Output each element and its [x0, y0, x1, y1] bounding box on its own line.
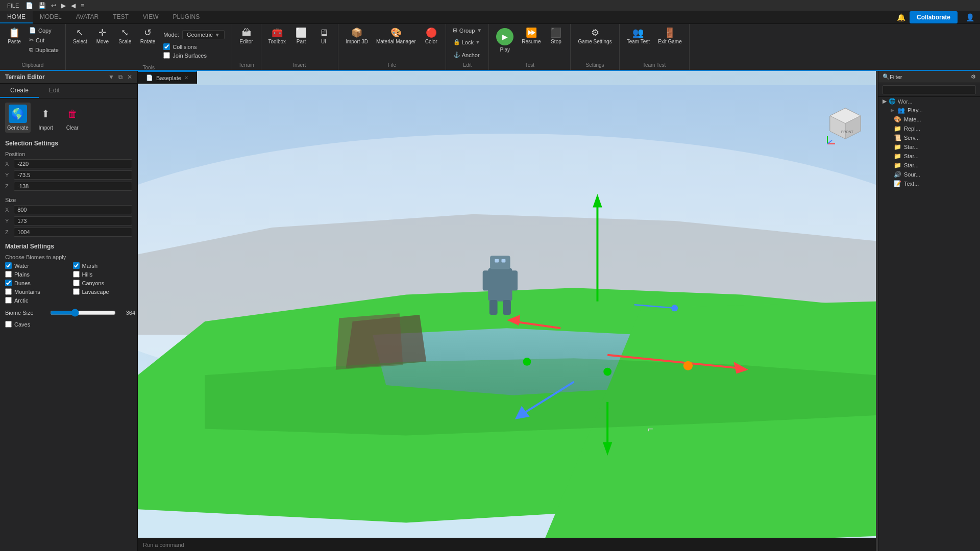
- part-button[interactable]: ⬜ Part: [291, 26, 311, 46]
- biome-hills[interactable]: Hills: [73, 271, 133, 278]
- size-z-input[interactable]: [14, 228, 132, 237]
- profile-icon[interactable]: 👤: [964, 11, 976, 23]
- material-manager-button[interactable]: 🎨 Material Manager: [373, 26, 419, 46]
- tab-test[interactable]: TEST: [106, 11, 136, 23]
- baseplate-tab[interactable]: 📄 Baseplate ✕: [138, 71, 197, 84]
- import3d-button[interactable]: 📦 Import 3D: [342, 26, 371, 46]
- lock-button[interactable]: 🔒 Lock ▼: [450, 37, 484, 47]
- biome-hills-checkbox[interactable]: [73, 271, 80, 278]
- resume-button[interactable]: ⏩ Resume: [519, 26, 544, 46]
- biome-marsh-checkbox[interactable]: [73, 262, 80, 269]
- panel-close-icon[interactable]: ✕: [127, 73, 132, 81]
- position-z-input[interactable]: [14, 182, 132, 191]
- size-x-input[interactable]: [14, 205, 132, 214]
- biome-arctic[interactable]: Arctic: [5, 297, 65, 304]
- baseplate-close-icon[interactable]: ✕: [184, 75, 188, 81]
- explorer-world[interactable]: ▶ 🌐 Wor...: [878, 97, 980, 106]
- viewport-scene[interactable]: ⌐ FRONT: [138, 85, 876, 551]
- tab-home[interactable]: HOME: [0, 11, 33, 23]
- menu-icon[interactable]: ≡: [79, 1, 86, 10]
- history-icon[interactable]: ◀: [69, 1, 77, 10]
- collisions-checkbox-row[interactable]: Collisions: [163, 43, 224, 50]
- biome-lavascape[interactable]: Lavascape: [73, 288, 133, 295]
- tab-model[interactable]: MODEL: [33, 11, 69, 23]
- biome-water-checkbox[interactable]: [5, 262, 12, 269]
- position-z-row: Z: [5, 182, 132, 191]
- explorer-item-materials[interactable]: 🎨 Mate...: [878, 115, 980, 124]
- biome-mountains[interactable]: Mountains: [5, 288, 65, 295]
- redo-icon[interactable]: ▶: [60, 1, 67, 10]
- generate-tool[interactable]: 🌎 Generate: [5, 103, 31, 133]
- position-x-input[interactable]: [14, 159, 132, 168]
- ui-button[interactable]: 🖥 UI: [313, 26, 334, 46]
- biome-marsh[interactable]: Marsh: [73, 262, 133, 269]
- explorer-item-textservice[interactable]: 📝 Text...: [878, 179, 980, 188]
- play-button[interactable]: ▶ Play: [493, 26, 517, 55]
- biome-dunes-checkbox[interactable]: [5, 280, 12, 286]
- scale-button[interactable]: ⤡ Scale: [115, 26, 135, 46]
- explorer-item-startergui[interactable]: 📁 Star...: [878, 152, 980, 161]
- paste-button[interactable]: 📋 Paste: [4, 26, 24, 46]
- tab-edit[interactable]: Edit: [39, 84, 70, 98]
- biome-arctic-checkbox[interactable]: [5, 297, 12, 304]
- mode-dropdown[interactable]: Geometric ▼: [182, 30, 225, 39]
- tab-create[interactable]: Create: [0, 84, 39, 98]
- group-button[interactable]: ⊞ Group ▼: [450, 26, 484, 35]
- move-button[interactable]: ✛ Move: [92, 26, 113, 46]
- group-icon: ⊞: [453, 27, 457, 34]
- biome-size-slider[interactable]: [50, 309, 116, 317]
- join-surfaces-checkbox[interactable]: [163, 52, 170, 59]
- team-test-button[interactable]: 👥 Team Test: [624, 26, 653, 46]
- biome-canyons-checkbox[interactable]: [73, 280, 80, 286]
- caves-checkbox[interactable]: [5, 321, 12, 328]
- save-icon[interactable]: 💾: [37, 1, 47, 10]
- status-bar: [138, 538, 876, 551]
- game-settings-button[interactable]: ⚙ Game Settings: [575, 26, 615, 46]
- import-tool[interactable]: ⬆ Import: [35, 103, 57, 133]
- filter-input[interactable]: [883, 85, 976, 94]
- viewport[interactable]: 📄 Baseplate ✕: [138, 71, 876, 551]
- biome-water[interactable]: Water: [5, 262, 65, 269]
- biome-mountains-checkbox[interactable]: [5, 288, 12, 295]
- duplicate-button[interactable]: ⧉ Duplicate: [27, 45, 61, 54]
- panel-detach-icon[interactable]: ⧉: [118, 73, 123, 81]
- collisions-checkbox[interactable]: [163, 43, 170, 50]
- clear-tool[interactable]: 🗑 Clear: [61, 103, 84, 133]
- file-menu[interactable]: FILE: [4, 2, 22, 10]
- explorer-item-players[interactable]: ▶ 👥 Play...: [878, 106, 980, 115]
- copy-button[interactable]: 📄 Copy: [27, 26, 61, 35]
- join-surfaces-checkbox-row[interactable]: Join Surfaces: [163, 52, 224, 59]
- rotate-button[interactable]: ↺ Rotate: [137, 26, 158, 46]
- biome-lavascape-checkbox[interactable]: [73, 288, 80, 295]
- biome-canyons[interactable]: Canyons: [73, 280, 133, 286]
- bell-icon[interactable]: 🔔: [895, 11, 908, 23]
- exit-game-button[interactable]: 🚪 Exit Game: [655, 26, 685, 46]
- terrain-editor-button[interactable]: 🏔 Editor: [236, 26, 257, 46]
- biome-dunes[interactable]: Dunes: [5, 280, 65, 286]
- select-button[interactable]: ↖ Select: [70, 26, 90, 46]
- tab-view[interactable]: VIEW: [136, 11, 166, 23]
- caves-row[interactable]: Caves: [5, 321, 132, 328]
- biome-plains-checkbox[interactable]: [5, 271, 12, 278]
- panel-dropdown-icon[interactable]: ▼: [108, 73, 114, 81]
- explorer-item-serverscripts[interactable]: 📜 Serv...: [878, 133, 980, 142]
- explorer-item-replicated[interactable]: 📁 Repl...: [878, 124, 980, 133]
- view-cube[interactable]: FRONT: [825, 106, 866, 146]
- toolbox-button[interactable]: 🧰 Toolbox: [265, 26, 289, 46]
- undo-icon[interactable]: ↩: [50, 1, 58, 10]
- explorer-item-soundservice[interactable]: 🔊 Sour...: [878, 170, 980, 179]
- new-file-icon[interactable]: 📄: [24, 1, 35, 10]
- tab-plugins[interactable]: PLUGINS: [165, 11, 207, 23]
- cut-button[interactable]: ✂ Cut: [27, 36, 61, 44]
- stop-button[interactable]: ⬛ Stop: [546, 26, 566, 46]
- color-button[interactable]: 🔴 Color: [421, 26, 442, 46]
- explorer-item-starterpacks[interactable]: 📁 Star...: [878, 161, 980, 170]
- size-y-input[interactable]: [14, 216, 132, 226]
- position-y-input[interactable]: [14, 170, 132, 180]
- command-input[interactable]: [143, 542, 296, 548]
- tab-avatar[interactable]: AVATAR: [69, 11, 106, 23]
- biome-plains[interactable]: Plains: [5, 271, 65, 278]
- anchor-button[interactable]: ⚓ Anchor: [450, 49, 484, 60]
- collaborate-button[interactable]: Collaborate: [910, 11, 958, 23]
- explorer-item-starterchar[interactable]: 📁 Star...: [878, 142, 980, 152]
